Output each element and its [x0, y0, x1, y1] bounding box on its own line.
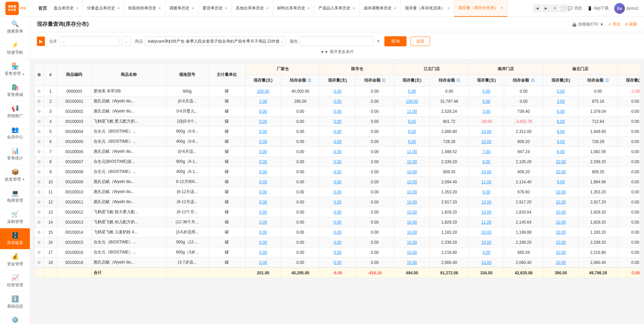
- sidebar-item-retail-stats[interactable]: 📊 零售统计: [0, 144, 30, 165]
- jiangbei-qty-cell[interactable]: 10.00: [394, 207, 430, 217]
- tab-4[interactable]: 调拨单历史 ✕: [165, 0, 199, 17]
- nanan-qty-cell[interactable]: 3.00: [469, 106, 504, 117]
- jiangbei-qty-cell[interactable]: 11.00: [394, 106, 430, 117]
- yubei-qty-cell[interactable]: 8.00: [543, 147, 578, 157]
- search-toggle-button[interactable]: ▶: [37, 37, 45, 46]
- yubei-qty-cell[interactable]: 10.00: [543, 237, 578, 247]
- yubei-qty-cell[interactable]: 10.00: [543, 187, 578, 197]
- jiangbei-qty-cell[interactable]: 0.00: [394, 86, 430, 96]
- gear-cell[interactable]: ⚙: [35, 207, 44, 217]
- yubei-qty-cell[interactable]: 3.00: [543, 96, 578, 106]
- nanan-qty-cell[interactable]: 11.00: [469, 177, 504, 187]
- yubei-amt-info-icon[interactable]: ⓘ: [605, 79, 609, 82]
- gear-cell[interactable]: ⚙: [35, 106, 44, 117]
- setting-button[interactable]: 设置: [411, 37, 430, 46]
- yubei-qty-cell[interactable]: 8.00: [543, 117, 578, 127]
- gear-cell[interactable]: ⚙: [35, 177, 44, 187]
- gear-cell[interactable]: ⚙: [35, 227, 44, 237]
- nanan-qty-cell[interactable]: 7.00: [469, 147, 504, 157]
- tab-9-close[interactable]: ✕: [394, 6, 396, 10]
- home-tab[interactable]: 首页: [36, 0, 50, 17]
- tab-3-close[interactable]: ✕: [158, 6, 161, 10]
- refresh-button[interactable]: ↺ 刷新: [625, 21, 637, 27]
- yubei-qty-cell[interactable]: 10.00: [543, 227, 578, 237]
- chenshi-qty-cell[interactable]: 0.00: [320, 197, 355, 207]
- sidebar-item-purchase[interactable]: 🛒 采购管理: [0, 207, 30, 228]
- yubei-qty-cell[interactable]: 0.00: [543, 86, 578, 96]
- yubei-qty-cell[interactable]: 10.00: [543, 167, 578, 177]
- tab-6[interactable]: 其他出库单历史 ✕: [232, 0, 273, 17]
- chenshi-qty-cell[interactable]: 0.00: [320, 187, 355, 197]
- sidebar-item-retail-shop[interactable]: 🛍️ 零售商城: [0, 80, 30, 101]
- nanan-qty-cell[interactable]: 5.00: [469, 187, 504, 197]
- jiangbei-amt-info-icon[interactable]: ⓘ: [457, 79, 460, 82]
- jiangbei-qty-cell[interactable]: 10.00: [394, 237, 430, 247]
- factory-qty-cell[interactable]: 0.00: [246, 207, 281, 217]
- gear-cell[interactable]: ⚙: [35, 167, 44, 177]
- nav-arrow-close[interactable]: ✕: [551, 4, 559, 12]
- jiangbei-qty-cell[interactable]: 10.00: [394, 258, 430, 268]
- chenshi-qty-cell[interactable]: 0.00: [320, 177, 355, 187]
- nanan-qty-cell[interactable]: 10.00: [469, 237, 504, 247]
- gear-cell[interactable]: ⚙: [35, 217, 44, 227]
- chenshi-qty-cell[interactable]: 0.00: [320, 217, 355, 227]
- yubei-qty-cell[interactable]: 9.00: [543, 177, 578, 187]
- tab-2-close[interactable]: ✕: [117, 6, 120, 10]
- chenshi-qty-cell[interactable]: 0.00: [320, 96, 355, 106]
- sidebar-item-wholesale[interactable]: 📦 批发管理 ▼: [0, 165, 30, 186]
- nanan-qty-cell[interactable]: 10.00: [469, 167, 504, 177]
- jiangbei-qty-cell[interactable]: 10.00: [394, 227, 430, 237]
- tab-10[interactable]: 现存量（库存状况表） ✕: [401, 0, 454, 17]
- yubei-qty-cell[interactable]: 10.00: [543, 217, 578, 227]
- sidebar-item-ecommerce[interactable]: 💻 电商管理: [0, 186, 30, 207]
- gear-cell[interactable]: ⚙: [35, 86, 44, 96]
- print-button[interactable]: 🖨️ 按模板打印 ▼: [572, 21, 604, 27]
- sidebar-item-finance[interactable]: 💰 资金管理: [0, 249, 30, 271]
- factory-qty-cell[interactable]: 0.00: [246, 187, 281, 197]
- factory-qty-cell[interactable]: 0.00: [246, 258, 281, 268]
- nav-arrow-expand[interactable]: ⛶: [559, 4, 568, 12]
- tab-8[interactable]: 产成品入库单历史 ✕: [314, 0, 360, 17]
- factory-qty-cell[interactable]: 0.00: [246, 217, 281, 227]
- tab-1[interactable]: 盘点单历史 ✕: [50, 0, 83, 17]
- gear-cell[interactable]: ⚙: [35, 117, 44, 127]
- factory-qty-cell[interactable]: 0.00: [246, 247, 281, 258]
- factory-qty-cell[interactable]: 200.00: [246, 86, 281, 96]
- sidebar-item-member[interactable]: 👥 会员中心: [0, 123, 30, 144]
- factory-qty-cell[interactable]: 0.00: [246, 127, 281, 137]
- yubei-qty-cell[interactable]: 9.00: [543, 137, 578, 147]
- factory-qty-cell[interactable]: 0.00: [246, 177, 281, 187]
- message-action[interactable]: 💬 消息: [568, 5, 582, 11]
- yubei-qty-cell[interactable]: 10.00: [543, 157, 578, 167]
- factory-qty-cell[interactable]: 0.00: [246, 106, 281, 117]
- jiangbei-qty-cell[interactable]: 109.00: [394, 96, 430, 106]
- factory-qty-cell[interactable]: 0.00: [246, 167, 281, 177]
- tab-11[interactable]: 现存量（库存分布表） ✕: [454, 0, 507, 17]
- nanan-qty-cell[interactable]: 3.00: [469, 247, 504, 258]
- jiangbei-qty-cell[interactable]: 9.00: [394, 127, 430, 137]
- factory-qty-cell[interactable]: 0.00: [246, 117, 281, 127]
- nanan-qty-cell[interactable]: 10.00: [469, 207, 504, 217]
- yubei-qty-cell[interactable]: 8.00: [543, 127, 578, 137]
- jiangbei-qty-cell[interactable]: 10.00: [394, 157, 430, 167]
- tab-7-close[interactable]: ✕: [307, 6, 310, 10]
- chenshi-qty-cell[interactable]: 0.00: [320, 258, 355, 268]
- expand-conditions-button[interactable]: ▼▼ 展开更多条件: [37, 49, 637, 55]
- gear-cell[interactable]: ⚙: [35, 237, 44, 247]
- sidebar-item-inventory[interactable]: 🗄️ 库存核算: [0, 228, 30, 249]
- factory-amt-info-icon[interactable]: ⓘ: [308, 79, 311, 82]
- sidebar-item-retail-mgmt[interactable]: 🏪 零售管理 ▲: [0, 59, 30, 80]
- tab-8-close[interactable]: ✕: [353, 6, 355, 10]
- nav-arrow-right[interactable]: ▶: [542, 4, 550, 12]
- gear-cell[interactable]: ⚙: [35, 157, 44, 167]
- factory-qty-cell[interactable]: 0.00: [246, 227, 281, 237]
- gear-cell[interactable]: ⚙: [35, 147, 44, 157]
- sidebar-item-marketing[interactable]: 📢 营销推广: [0, 101, 30, 123]
- gear-cell[interactable]: ⚙: [35, 137, 44, 147]
- nanan-qty-cell[interactable]: 0.00: [469, 96, 504, 106]
- gear-cell[interactable]: ⚙: [35, 258, 44, 268]
- chenshi-qty-cell[interactable]: 0.00: [320, 207, 355, 217]
- jiangbei-qty-cell[interactable]: 10.00: [394, 247, 430, 258]
- nanan-qty-cell[interactable]: 10.00: [469, 137, 504, 147]
- yubei-qty-cell[interactable]: 6.00: [543, 106, 578, 117]
